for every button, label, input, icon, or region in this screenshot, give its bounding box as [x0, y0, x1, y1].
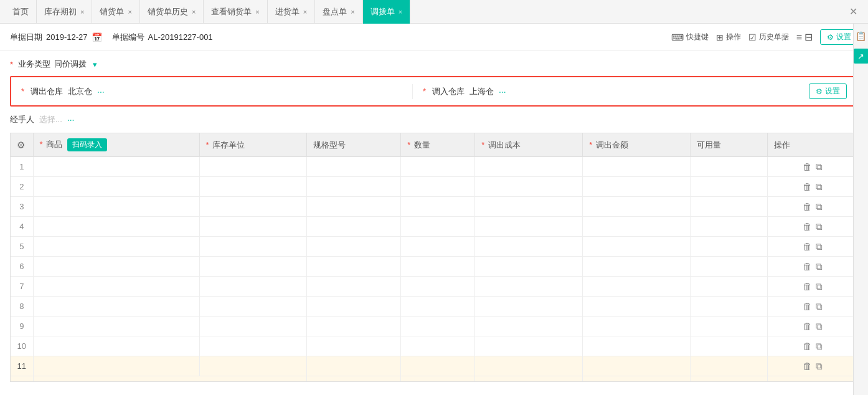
row-available[interactable] — [690, 237, 767, 257]
row-product[interactable] — [33, 297, 199, 316]
delete-icon[interactable]: 🗑 — [803, 281, 812, 292]
row-product[interactable] — [33, 237, 199, 257]
row-amount[interactable] — [583, 257, 691, 277]
person-more-btn[interactable]: ··· — [67, 115, 75, 125]
row-product[interactable] — [33, 257, 199, 277]
row-amount[interactable] — [583, 177, 691, 197]
row-unit[interactable] — [199, 177, 307, 197]
tab-view-sales[interactable]: 查看销货单 × — [204, 0, 267, 24]
th-gear[interactable]: ⚙ — [11, 133, 33, 157]
row-available[interactable] — [690, 336, 767, 356]
copy-icon[interactable]: ⧉ — [816, 321, 823, 332]
row-product[interactable] — [33, 177, 199, 197]
warehouse-settings-btn[interactable]: ⚙ 设置 — [809, 83, 847, 99]
row-cost[interactable] — [475, 277, 583, 297]
settings-button[interactable]: ⚙ 设置 — [820, 29, 858, 45]
copy-icon[interactable]: ⧉ — [816, 281, 823, 292]
warehouse-settings-button[interactable]: ⚙ 设置 — [809, 83, 847, 99]
window-close-button[interactable]: ✕ — [843, 2, 863, 22]
row-cost[interactable] — [475, 197, 583, 217]
person-input[interactable]: 选择... — [39, 114, 62, 125]
delete-icon[interactable]: 🗑 — [803, 181, 812, 192]
tab-transfer-close[interactable]: × — [399, 8, 402, 16]
row-cost[interactable] — [475, 157, 583, 177]
tab-sales-order[interactable]: 销货单 × — [92, 0, 139, 24]
row-amount[interactable] — [583, 297, 691, 316]
row-amount[interactable] — [583, 336, 691, 356]
grid-view-icon[interactable]: ⊟ — [804, 31, 813, 43]
table-gear-icon[interactable]: ⚙ — [17, 140, 25, 150]
copy-icon[interactable]: ⧉ — [816, 181, 823, 193]
delete-icon[interactable]: 🗑 — [803, 361, 812, 371]
sidebar-expand-icon[interactable]: ↗ — [854, 49, 869, 64]
row-amount[interactable] — [583, 316, 691, 336]
tab-inventory-init-close[interactable]: × — [80, 8, 84, 16]
row-qty[interactable] — [401, 197, 475, 217]
row-spec[interactable] — [307, 277, 401, 297]
row-qty[interactable] — [401, 157, 475, 177]
row-spec[interactable] — [307, 297, 401, 316]
warehouse-out-value[interactable]: 北京仓 — [68, 86, 92, 97]
row-cost[interactable] — [475, 316, 583, 336]
row-amount[interactable] — [583, 277, 691, 297]
row-cost[interactable] — [475, 336, 583, 356]
row-available[interactable] — [690, 297, 767, 316]
row-unit[interactable] — [199, 336, 307, 356]
delete-icon[interactable]: 🗑 — [803, 161, 812, 172]
row-qty[interactable] — [401, 297, 475, 316]
row-spec[interactable] — [307, 257, 401, 277]
list-view-icon[interactable]: ≡ — [796, 32, 802, 43]
delete-icon[interactable]: 🗑 — [803, 261, 812, 272]
row-unit[interactable] — [199, 217, 307, 237]
row-available[interactable] — [690, 316, 767, 336]
tab-home[interactable]: 首页 — [5, 0, 37, 24]
row-amount[interactable] — [583, 237, 691, 257]
row-unit[interactable] — [199, 157, 307, 177]
row-spec[interactable] — [307, 157, 401, 177]
tab-sales-order-close[interactable]: × — [128, 8, 131, 16]
business-type-value[interactable]: 同价调拨 — [54, 59, 87, 70]
row-amount[interactable] — [583, 217, 691, 237]
history-button[interactable]: ☑ 历史单据 — [748, 32, 789, 42]
copy-icon[interactable]: ⧉ — [816, 341, 823, 352]
delete-icon[interactable]: 🗑 — [803, 301, 812, 312]
row-spec[interactable] — [307, 217, 401, 237]
row-product[interactable] — [33, 356, 199, 376]
row-spec[interactable] — [307, 356, 401, 376]
tab-purchase-order[interactable]: 进货单 × — [268, 0, 315, 24]
row-qty[interactable] — [401, 336, 475, 356]
calendar-icon[interactable]: 📅 — [92, 32, 102, 42]
row-spec[interactable] — [307, 237, 401, 257]
row-available[interactable] — [690, 257, 767, 277]
row-cost[interactable] — [475, 257, 583, 277]
delete-icon[interactable]: 🗑 — [803, 241, 812, 252]
copy-icon[interactable]: ⧉ — [816, 161, 823, 173]
copy-icon[interactable]: ⧉ — [816, 361, 823, 372]
tab-view-sales-close[interactable]: × — [255, 8, 259, 16]
shortcuts-button[interactable]: ⌨ 快捷键 — [671, 32, 709, 42]
warehouse-out-more-btn[interactable]: ··· — [97, 87, 105, 97]
warehouse-in-more-btn[interactable]: ··· — [499, 87, 506, 97]
row-available[interactable] — [690, 157, 767, 177]
row-qty[interactable] — [401, 177, 475, 197]
row-product[interactable] — [33, 336, 199, 356]
row-qty[interactable] — [401, 237, 475, 257]
copy-icon[interactable]: ⧉ — [816, 201, 823, 212]
tab-transfer[interactable]: 调拨单 × — [363, 0, 410, 24]
tab-stocktake-close[interactable]: × — [351, 8, 354, 16]
row-spec[interactable] — [307, 197, 401, 217]
tab-sales-history[interactable]: 销货单历史 × — [140, 0, 204, 24]
row-spec[interactable] — [307, 336, 401, 356]
row-cost[interactable] — [475, 237, 583, 257]
copy-icon[interactable]: ⧉ — [816, 261, 823, 272]
row-amount[interactable] — [583, 356, 691, 376]
delete-icon[interactable]: 🗑 — [803, 341, 812, 351]
row-unit[interactable] — [199, 197, 307, 217]
row-unit[interactable] — [199, 316, 307, 336]
tab-inventory-init[interactable]: 库存期初 × — [37, 0, 92, 24]
copy-icon[interactable]: ⧉ — [816, 301, 823, 312]
row-product[interactable] — [33, 277, 199, 297]
row-qty[interactable] — [401, 316, 475, 336]
row-product[interactable] — [33, 217, 199, 237]
tab-purchase-order-close[interactable]: × — [303, 8, 307, 16]
